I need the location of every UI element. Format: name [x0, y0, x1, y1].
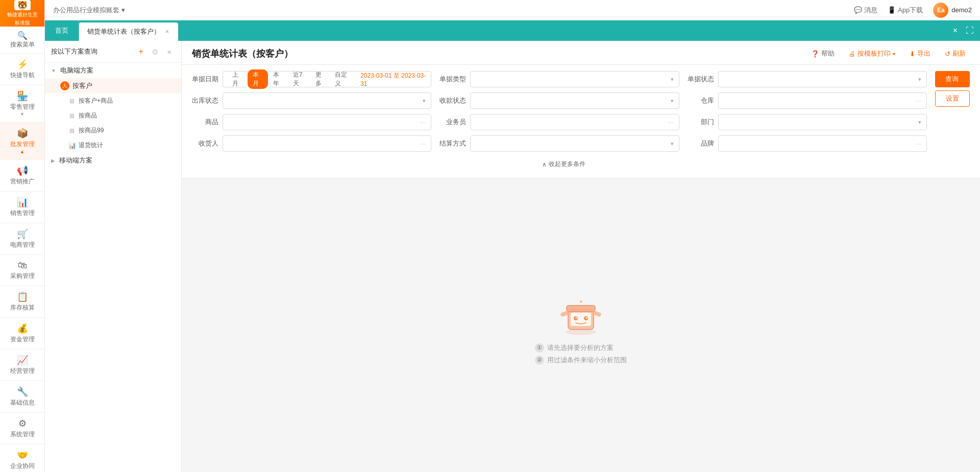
- wholesale-arrow: ▲: [20, 149, 25, 154]
- refresh-btn[interactable]: ↺ 刷新: [941, 47, 970, 60]
- basic-label: 基础信息: [10, 398, 35, 407]
- salesman-dots[interactable]: ···: [668, 118, 674, 126]
- receiver-filter-cell: 收货人 ···: [192, 135, 439, 152]
- date-filter[interactable]: 上月 本月 本年 近7天 更多 自定义 2023-03-01 至 2023-03…: [223, 71, 431, 87]
- sidebar-item-marketing[interactable]: 📢 营销推广: [0, 160, 44, 192]
- svg-text:✦: ✦: [593, 305, 596, 308]
- collapse-panel-btn[interactable]: «: [164, 46, 175, 57]
- page-content: 按以下方案查询 + ⊙ « ▼ 电脑端方案 人 按客户 ⊞ 按客户+商品: [45, 41, 980, 472]
- collapse-icon: ∧: [542, 161, 547, 168]
- date-tab-more[interactable]: 更多: [311, 69, 330, 89]
- doctype-filter[interactable]: ▾: [470, 71, 679, 87]
- outstatus-filter[interactable]: ▾: [223, 92, 431, 109]
- department-label: 部门: [688, 117, 718, 127]
- home-label: 首页: [55, 26, 68, 35]
- svg-rect-8: [567, 305, 595, 312]
- help-icon: ❓: [811, 50, 819, 58]
- sidebar-item-inventory[interactable]: 📋 库存核算: [0, 286, 44, 318]
- cooperation-icon: 🤝: [17, 450, 28, 461]
- tree-item-by-customer[interactable]: 人 按客户: [45, 78, 181, 93]
- tree-item-by-customer-goods[interactable]: ⊞ 按客户+商品: [45, 93, 181, 108]
- warehouse-filter[interactable]: ···: [718, 92, 927, 109]
- query-button[interactable]: 查询: [935, 71, 970, 87]
- docstatus-filter[interactable]: ▾: [718, 71, 927, 87]
- receiptstatus-filter[interactable]: ▾: [470, 92, 679, 109]
- tab-minimize-btn[interactable]: ×: [951, 24, 960, 37]
- left-panel-title: 按以下方案查询: [51, 47, 97, 56]
- settlement-filter[interactable]: ▾: [470, 135, 679, 152]
- help-btn[interactable]: ❓ 帮助: [807, 47, 839, 60]
- doctype-label: 单据类型: [439, 75, 470, 84]
- sidebar-item-basic[interactable]: 🔧 基础信息: [0, 381, 44, 413]
- by-goods-icon: ⊞: [68, 112, 76, 120]
- date-tab-thisyear[interactable]: 本年: [269, 69, 287, 89]
- settings-button[interactable]: 设置: [935, 90, 970, 107]
- avatar-text: Ea: [937, 7, 945, 14]
- sidebar-item-operation[interactable]: 📈 经营管理: [0, 349, 44, 381]
- tab-maximize-btn[interactable]: ⛶: [964, 24, 976, 37]
- sidebar-item-purchase[interactable]: 🛍 采购管理: [0, 255, 44, 286]
- print-btn[interactable]: 🖨 按模板打印 ▾: [845, 47, 899, 60]
- sidebar-item-ecommerce[interactable]: 🛒 电商管理: [0, 223, 44, 255]
- app-download-label: App下载: [898, 6, 923, 15]
- outstatus-label: 出库状态: [192, 96, 223, 105]
- tree-group-mobile[interactable]: ▶ 移动端方案: [45, 153, 181, 168]
- inventory-icon: 📋: [17, 291, 28, 302]
- svg-point-6: [576, 317, 577, 318]
- sidebar-item-wholesale[interactable]: 📦 批发管理 ▲: [0, 123, 44, 160]
- date-tab-thismonth[interactable]: 本月: [248, 69, 268, 89]
- tree-item-by-goods99[interactable]: ⊞ 按商品99: [45, 123, 181, 138]
- sidebar-item-search[interactable]: 🔍 搜索菜单: [0, 27, 44, 54]
- doctype-filter-cell: 单据类型 ▾: [439, 71, 687, 87]
- export-btn[interactable]: ⬇ 导出: [905, 47, 935, 60]
- wholesale-label: 批发管理: [10, 140, 35, 149]
- logo-icon: 🐯: [14, 0, 31, 10]
- tree-group-desktop[interactable]: ▼ 电脑端方案: [45, 63, 181, 78]
- receiver-filter[interactable]: ···: [223, 135, 431, 152]
- sidebar-item-sales[interactable]: 📊 销售管理: [0, 192, 44, 223]
- receiptstatus-chevron: ▾: [671, 98, 674, 104]
- empty-illustration: ✦ ✦ ✦: [555, 286, 606, 337]
- collapse-filters-btn[interactable]: ∧ 收起更多条件: [192, 157, 935, 172]
- warehouse-dots[interactable]: ···: [915, 97, 921, 105]
- goods-filter[interactable]: ···: [223, 114, 431, 130]
- settings-scheme-btn[interactable]: ⊙: [150, 46, 161, 57]
- tab-active-statistics[interactable]: 销货单统计表（按客户） ×: [79, 22, 178, 41]
- sidebar-item-system[interactable]: ⚙ 系统管理: [0, 413, 44, 444]
- account-selector[interactable]: 办公用品行业模拟账套 ▾: [53, 6, 125, 15]
- date-filter-cell: 单据日期 上月 本月 本年 近7天 更多 自定义: [192, 71, 439, 87]
- export-icon: ⬇: [910, 50, 915, 58]
- docstatus-chevron: ▾: [918, 76, 921, 83]
- add-scheme-btn[interactable]: +: [135, 46, 146, 57]
- sidebar-logo[interactable]: 🐯 畅捷通好生意 标准版: [0, 0, 45, 27]
- brand-filter[interactable]: ···: [718, 135, 927, 152]
- sidebar-item-finance[interactable]: 💰 资金管理: [0, 318, 44, 349]
- brand-dots[interactable]: ···: [915, 139, 921, 148]
- receiptstatus-filter-cell: 收款状态 ▾: [439, 92, 687, 109]
- goods-dots[interactable]: ···: [420, 118, 426, 126]
- sidebar-item-quicknav[interactable]: ⚡ 快捷导航: [0, 54, 44, 85]
- app-download-action[interactable]: 📱 App下载: [888, 6, 923, 15]
- tab-home[interactable]: 首页: [45, 20, 79, 41]
- message-action[interactable]: 💬 消息: [854, 6, 877, 15]
- quicknav-label: 快捷导航: [10, 71, 35, 80]
- sidebar-item-retail[interactable]: 🏪 零售管理 ▼: [0, 85, 44, 123]
- date-tab-7days[interactable]: 近7天: [289, 69, 310, 89]
- right-panel: 销货单统计表（按客户） ❓ 帮助 🖨 按模板打印 ▾ ⬇ 导出: [182, 41, 980, 472]
- receiver-label: 收货人: [192, 139, 223, 148]
- tree-item-return-stats[interactable]: 📊 退货统计: [45, 138, 181, 153]
- user-avatar[interactable]: Ea: [933, 3, 948, 18]
- filter-row-3: 商品 ··· 业务员 ···: [192, 114, 935, 130]
- date-tab-lastmonth[interactable]: 上月: [228, 69, 247, 89]
- date-tab-custom[interactable]: 自定义: [331, 69, 354, 89]
- mobile-expand-icon: ▶: [51, 158, 55, 163]
- salesman-filter-cell: 业务员 ···: [439, 114, 687, 130]
- tab-close-btn[interactable]: ×: [164, 27, 170, 36]
- sidebar-item-cooperation[interactable]: 🤝 企业协同: [0, 444, 44, 472]
- user-section[interactable]: Ea demo2: [933, 3, 972, 18]
- top-header: 办公用品行业模拟账套 ▾ 💬 消息 📱 App下载 Ea demo2: [45, 0, 980, 20]
- salesman-filter[interactable]: ···: [470, 114, 679, 130]
- receiver-dots[interactable]: ···: [420, 139, 426, 148]
- department-filter[interactable]: ▾: [718, 114, 927, 130]
- tree-item-by-goods[interactable]: ⊞ 按商品: [45, 108, 181, 123]
